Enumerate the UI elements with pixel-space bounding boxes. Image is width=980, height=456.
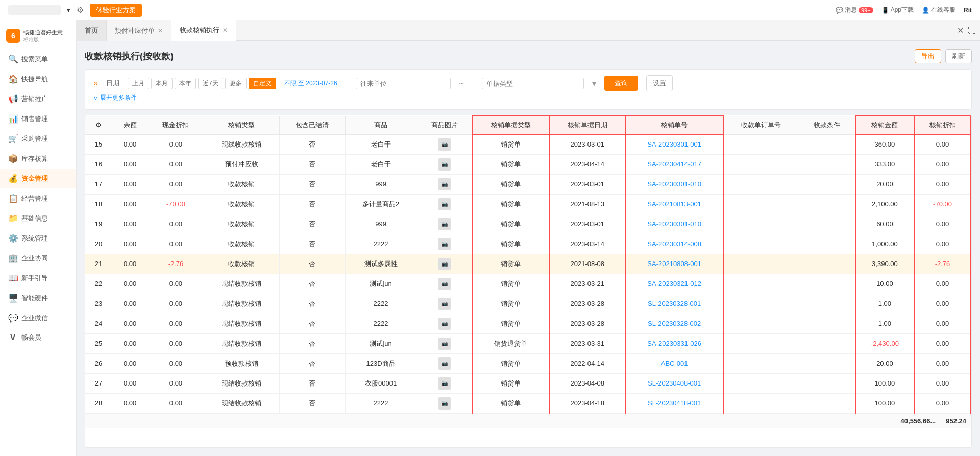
doc-no-link[interactable]: SA-20230314-008 <box>647 240 701 248</box>
sidebar-item-sales[interactable]: 📊 销售管理 <box>0 109 76 129</box>
cell-write-off-type: 收款核销 <box>204 254 279 274</box>
cell-balance: 0.00 <box>112 353 148 373</box>
sidebar-item-vip[interactable]: V 畅会员 <box>0 328 76 347</box>
doc-no-link[interactable]: SL-20230408-001 <box>648 379 701 387</box>
query-button[interactable]: 查询 <box>604 76 638 91</box>
cell-writeoff-doc-no[interactable]: SA-20230301-010 <box>626 214 723 234</box>
refresh-button[interactable]: 刷新 <box>945 49 972 63</box>
sidebar-item-system[interactable]: ⚙️ 系统管理 <box>0 228 76 248</box>
cell-writeoff-doc-no[interactable]: SA-20230301-010 <box>626 174 723 194</box>
tab-home[interactable]: 首页 <box>77 20 107 41</box>
sidebar-item-wechat[interactable]: 💬 企业微信 <box>0 308 76 328</box>
settings-button[interactable]: 设置 <box>646 75 673 91</box>
date-btn-more[interactable]: 更多 <box>225 78 247 89</box>
cell-writeoff-doc-no[interactable]: ABC-001 <box>626 353 723 373</box>
cell-include-settled: 否 <box>279 254 345 274</box>
date-btn-7days[interactable]: 近7天 <box>198 78 223 89</box>
doc-no-link[interactable]: ABC-001 <box>661 359 688 367</box>
cell-writeoff-doc-date: 2023-04-18 <box>549 393 626 413</box>
table-row: 26 0.00 0.00 预收款核销 否 123D商品 📷 销货单 2022-0… <box>85 353 971 373</box>
cell-writeoff-doc-no[interactable]: SA-20230321-012 <box>626 274 723 294</box>
col-settings[interactable]: ⚙ <box>85 116 112 134</box>
message-icon-area[interactable]: 💬 消息 99+ <box>836 6 873 14</box>
cell-product: 2222 <box>345 314 416 333</box>
doc-no-link[interactable]: SL-20230328-002 <box>648 320 701 327</box>
doc-no-link[interactable]: SL-20230418-001 <box>648 399 701 407</box>
cell-product-img: 📷 <box>416 234 473 254</box>
cell-writeoff-doc-type: 销货单 <box>473 174 549 194</box>
sidebar-item-inventory[interactable]: 📦 库存核算 <box>0 149 76 169</box>
sidebar-item-hardware[interactable]: 🖥️ 智能硬件 <box>0 288 76 308</box>
export-button[interactable]: 导出 <box>915 49 941 63</box>
sidebar-item-guide[interactable]: 📖 新手引导 <box>0 268 76 288</box>
online-service-link[interactable]: 👤 在线客服 <box>922 6 955 14</box>
cell-writeoff-doc-no[interactable]: SA-20230414-017 <box>626 154 723 174</box>
cell-writeoff-doc-no[interactable]: SA-20210813-001 <box>626 194 723 214</box>
cell-writeoff-doc-no[interactable]: SL-20230328-002 <box>626 314 723 333</box>
sidebar-item-basic[interactable]: 📁 基础信息 <box>0 208 76 228</box>
cell-writeoff-doc-no[interactable]: SA-20230301-001 <box>626 134 723 154</box>
doc-type-dropdown[interactable]: ▾ <box>592 79 596 88</box>
app-download-link[interactable]: 📱 App下载 <box>881 6 914 14</box>
date-btn-last-month[interactable]: 上月 <box>128 78 149 89</box>
cell-writeoff-doc-no[interactable]: SL-20230418-001 <box>626 393 723 413</box>
sidebar-item-quick-nav[interactable]: 🏠 快捷导航 <box>0 69 76 89</box>
filter-expand-icon[interactable]: » <box>93 79 98 88</box>
sidebar-item-corp[interactable]: 🏢 企业协同 <box>0 248 76 268</box>
doc-no-link[interactable]: SA-20230321-012 <box>647 280 701 287</box>
page-actions: 导出 刷新 <box>915 49 972 63</box>
tab-collect[interactable]: 收款核销执行 ✕ <box>172 20 236 41</box>
search-icon: 🔍 <box>8 54 17 64</box>
cell-receipt-condition <box>799 154 855 174</box>
cell-write-off-type: 收款核销 <box>204 234 279 254</box>
cell-cash-discount: 0.00 <box>148 393 204 413</box>
cell-writeoff-doc-type: 销货退货单 <box>473 333 549 353</box>
doc-no-link[interactable]: SA-20230331-026 <box>647 340 701 347</box>
cell-writeoff-amount: 1.00 <box>855 314 914 333</box>
cell-write-off-type: 收款核销 <box>204 174 279 194</box>
doc-no-link[interactable]: SA-20210813-001 <box>647 200 701 208</box>
cell-product-img: 📷 <box>416 314 473 333</box>
date-btn-this-month[interactable]: 本月 <box>151 78 173 89</box>
tab-prepay[interactable]: 预付冲应付单 ✕ <box>107 20 172 41</box>
cell-writeoff-doc-no[interactable]: SA-20230331-026 <box>626 333 723 353</box>
date-btn-this-year[interactable]: 本年 <box>175 78 196 89</box>
doc-no-link[interactable]: SA-20230301-010 <box>647 220 701 228</box>
doc-no-link[interactable]: SA-20230414-017 <box>647 160 701 168</box>
doc-type-select[interactable] <box>482 78 584 89</box>
cell-row-no: 27 <box>85 373 112 393</box>
cell-writeoff-doc-no[interactable]: SL-20230408-001 <box>626 373 723 393</box>
gear-icon[interactable]: ⚙ <box>77 5 84 15</box>
counterpart-dots-btn[interactable]: ··· <box>459 78 463 89</box>
sidebar-item-purchase[interactable]: 🛒 采购管理 <box>0 129 76 149</box>
sidebar-item-marketing[interactable]: 📢 营销推广 <box>0 89 76 109</box>
sidebar-item-operation[interactable]: 📋 经营管理 <box>0 188 76 208</box>
cell-writeoff-doc-no[interactable]: SA-20230314-008 <box>626 234 723 254</box>
table-row: 15 0.00 0.00 现线收款核销 否 老白干 📷 销货单 2023-03-… <box>85 134 971 154</box>
table-row: 16 0.00 0.00 预付冲应收 否 老白干 📷 销货单 2023-04-1… <box>85 154 971 174</box>
expand-more-btn[interactable]: ∨ 展开更多条件 <box>93 93 963 102</box>
doc-no-link[interactable]: SA-20210808-001 <box>647 260 701 268</box>
cell-writeoff-doc-no[interactable]: SA-20210808-001 <box>626 254 723 274</box>
counterpart-input[interactable] <box>356 78 451 89</box>
col-writeoff-doc-type: 核销单据类型 <box>473 116 549 134</box>
sidebar-item-search[interactable]: 🔍 搜索菜单 <box>0 49 76 69</box>
cell-writeoff-doc-no[interactable]: SL-20230328-001 <box>626 294 723 314</box>
date-btn-custom[interactable]: 自定义 <box>249 78 276 89</box>
doc-no-link[interactable]: SA-20230301-001 <box>647 140 701 148</box>
tab-home-label: 首页 <box>85 26 98 35</box>
tab-close-window-btn[interactable]: ✕ <box>957 26 964 35</box>
cell-writeoff-doc-date: 2023-03-28 <box>549 294 626 314</box>
marketing-icon: 📢 <box>8 94 17 104</box>
message-icon: 💬 <box>836 7 843 14</box>
cell-row-no: 28 <box>85 393 112 413</box>
industry-btn[interactable]: 休验行业方案 <box>90 4 142 17</box>
tab-collect-label: 收款核销执行 <box>180 26 219 35</box>
sidebar-item-finance[interactable]: 💰 资金管理 <box>0 169 76 188</box>
tab-prepay-close[interactable]: ✕ <box>158 27 163 34</box>
tab-expand-btn[interactable]: ⛶ <box>968 26 976 35</box>
dropdown-arrow[interactable]: ▾ <box>67 6 70 14</box>
tab-collect-close[interactable]: ✕ <box>223 27 228 34</box>
doc-no-link[interactable]: SA-20230301-010 <box>647 180 701 188</box>
doc-no-link[interactable]: SL-20230328-001 <box>648 300 701 307</box>
